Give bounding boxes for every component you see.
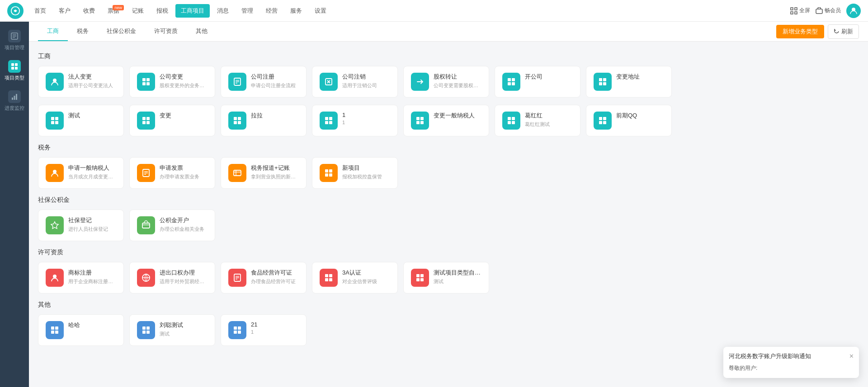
card-gongsizhuxiao[interactable]: 公司注销 适用于注销公司 xyxy=(312,66,398,98)
card-icon-haha xyxy=(46,321,64,339)
xk-card-name-4: 测试项目类型自定义 xyxy=(434,269,481,277)
section-title-other: 其他 xyxy=(38,301,859,309)
nav-account[interactable]: 记账 xyxy=(127,4,149,18)
svg-rect-56 xyxy=(416,121,420,124)
nav-client[interactable]: 客户 xyxy=(53,4,76,18)
svg-rect-2 xyxy=(795,8,797,10)
tab-shebao[interactable]: 社保公积金 xyxy=(98,22,145,41)
tab-gongshang[interactable]: 工商 xyxy=(38,22,68,41)
svg-rect-55 xyxy=(420,117,424,120)
nav-message[interactable]: 消息 xyxy=(212,4,234,18)
sidebar-item-project-type[interactable]: 项目类型 xyxy=(0,56,29,86)
add-type-button[interactable]: 新增业务类型 xyxy=(776,25,824,38)
svg-rect-31 xyxy=(512,78,515,81)
card-icon-gongsibiange xyxy=(137,73,155,91)
sub-tabs: 工商 税务 社保公积金 许可资质 其他 新增业务类型 刷新 xyxy=(29,22,868,42)
sw-card-name-2: 税务报道+记账 xyxy=(251,164,299,172)
svg-rect-12 xyxy=(15,63,18,66)
card-text-one: 1 1 xyxy=(342,112,390,125)
card-text-xinxiangmu: 新项目 报税加税控盘保管 xyxy=(342,164,390,180)
card-text-fazhanbiange: 法人变更 适用于公司变更法人 xyxy=(68,73,116,89)
card-icon-gongsinote xyxy=(228,73,246,91)
tab-xuke[interactable]: 许可资质 xyxy=(145,22,187,41)
card-shipin[interactable]: 食品经营许可证 办理食品经营许可证 xyxy=(221,262,307,294)
card-icon-21 xyxy=(228,321,246,339)
card-shebaodengjii[interactable]: 社保登记 进行人员社保登记 xyxy=(38,210,124,241)
nav-bizproject[interactable]: 工商项目 xyxy=(175,4,210,18)
nav-settings[interactable]: 设置 xyxy=(309,4,332,18)
xk-card-name-3: 3A认证 xyxy=(342,269,390,277)
card-biangengdizhi[interactable]: 变更地址 xyxy=(586,66,672,98)
svg-rect-41 xyxy=(55,121,58,124)
card-kaigongsi[interactable]: 开公司 xyxy=(495,66,580,98)
nav-fee[interactable]: 收费 xyxy=(78,4,100,18)
card-xinxiangmu[interactable]: 新项目 报税加税控盘保管 xyxy=(312,157,398,189)
card-name-11: 变更一般纳税人 xyxy=(434,112,481,120)
card-text-guzhuanrang: 股权转让 公司变更需要股权转让 xyxy=(434,73,481,89)
card-shangbiaozhuce[interactable]: 商标注册 用于企业商标注册服务 xyxy=(38,262,124,294)
card-haha[interactable]: 哈哈 xyxy=(38,314,124,346)
svg-point-18 xyxy=(53,79,57,82)
fullscreen-button[interactable]: 全屏 xyxy=(790,7,810,14)
card-guzhuanrang[interactable]: 股权转让 公司变更需要股权转让 xyxy=(403,66,489,98)
nav-manage[interactable]: 管理 xyxy=(236,4,259,18)
card-icon-biangeng xyxy=(137,112,155,130)
nav-operation[interactable]: 经营 xyxy=(260,4,283,18)
card-liucong[interactable]: 刘聪测试 测试 xyxy=(129,314,215,346)
svg-rect-74 xyxy=(325,169,328,173)
logo[interactable] xyxy=(7,3,24,19)
ot-card-name-2: 21 xyxy=(251,321,299,328)
card-shenqingnaishui[interactable]: 申请一般纳税人 当月或次月成变更完成 xyxy=(38,157,124,189)
card-text-kaigongsi: 开公司 xyxy=(525,73,573,82)
user-avatar[interactable] xyxy=(846,4,861,18)
card-qianqiqq[interactable]: 前期QQ xyxy=(586,105,672,136)
svg-rect-44 xyxy=(142,121,146,124)
card-name-9: 拉拉 xyxy=(251,112,299,120)
notification-close-button[interactable]: × xyxy=(849,352,854,360)
card-gongjijinkaihu[interactable]: 公积金开户 办理公积金相关业务 xyxy=(129,210,215,241)
card-icon-qianqiqq xyxy=(594,112,612,130)
nav-home[interactable]: 首页 xyxy=(29,4,52,18)
svg-rect-62 xyxy=(599,117,602,120)
card-gongsibiange[interactable]: 公司变更 股权变更外的业务变更 xyxy=(129,66,215,98)
tab-shuiwu[interactable]: 税务 xyxy=(68,22,98,41)
card-one[interactable]: 1 1 xyxy=(312,105,398,136)
card-jinchukouquan[interactable]: 进出口权办理 适用于对外贸易经营者 xyxy=(129,262,215,294)
nav-ticket[interactable]: 票据 new xyxy=(102,4,125,18)
card-text-gongsizhuxiao: 公司注销 适用于注销公司 xyxy=(342,73,390,89)
card-gehonghong[interactable]: 葛红红 葛红红测试 xyxy=(495,105,580,136)
project-manage-icon xyxy=(8,30,21,42)
sidebar-item-progress-monitor[interactable]: 进度监控 xyxy=(0,86,29,116)
svg-rect-59 xyxy=(512,117,515,120)
refresh-button[interactable]: 刷新 xyxy=(828,24,859,39)
card-ceshileixing[interactable]: 测试项目类型自定义 测试 xyxy=(403,262,489,294)
ot-card-name-0: 哈哈 xyxy=(68,321,116,329)
nav-service[interactable]: 服务 xyxy=(285,4,307,18)
tab-other[interactable]: 其他 xyxy=(187,22,217,41)
card-3a[interactable]: 3A认证 对企业信誉评级 xyxy=(312,262,398,294)
card-biangeng[interactable]: 变更 xyxy=(129,105,215,136)
sw-card-desc-0: 当月或次月成变更完成 xyxy=(68,173,116,180)
card-shuiwubaodao[interactable]: 税务报道+记账 拿到营业执照的新公司 xyxy=(221,157,307,189)
notification-title: 河北税务数字账户升级影响通知 xyxy=(729,352,811,360)
fullscreen-label: 全屏 xyxy=(799,7,810,14)
card-gongsinote[interactable]: 公司注册 申请公司注册全流程 xyxy=(221,66,307,98)
card-ceshi[interactable]: 测试 xyxy=(38,105,124,136)
ot-card-name-1: 刘聪测试 xyxy=(160,321,208,329)
card-biangengnaishui[interactable]: 变更一般纳税人 xyxy=(403,105,489,136)
card-shenqingfapiao[interactable]: 申请发票 办理申请发票业务 xyxy=(129,157,215,189)
card-desc-1: 股权变更外的业务变更 xyxy=(160,82,208,89)
sidebar-item-project-manage[interactable]: 项目管理 xyxy=(0,25,29,56)
card-lala[interactable]: 拉拉 xyxy=(221,105,307,136)
svg-rect-65 xyxy=(603,121,606,124)
sidebar-label-pt: 项目类型 xyxy=(5,75,24,81)
svg-rect-30 xyxy=(508,78,511,81)
member-button[interactable]: 畅会员 xyxy=(816,7,841,14)
svg-rect-90 xyxy=(416,274,420,277)
svg-rect-51 xyxy=(329,117,332,120)
svg-rect-99 xyxy=(146,326,150,330)
main-wrapper: 工商 税务 社保公积金 许可资质 其他 新增业务类型 刷新 工商 法人变更 xyxy=(29,22,868,387)
card-fazhanbiange[interactable]: 法人变更 适用于公司变更法人 xyxy=(38,66,124,98)
card-21[interactable]: 21 1 xyxy=(221,314,307,346)
nav-tax[interactable]: 报税 xyxy=(151,4,174,18)
